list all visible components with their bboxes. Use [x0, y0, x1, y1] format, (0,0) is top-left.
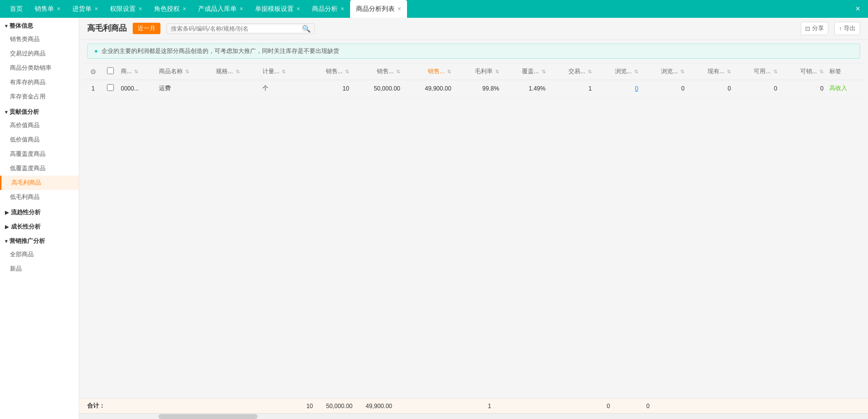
sidebar-section-contribution[interactable]: ▾ 贡献值分析	[0, 104, 79, 118]
sidebar-item-high-margin[interactable]: 高毛利商品	[0, 176, 79, 190]
sort-icon-name: ⇅	[185, 69, 189, 74]
th-name[interactable]: 商品名称 ⇅	[156, 63, 213, 80]
close-template-settings[interactable]: ×	[297, 5, 300, 12]
th-sales-qty[interactable]: 销售... ⇅	[306, 63, 353, 80]
sort-icon-trade-count: ⇅	[588, 69, 592, 74]
row-checkbox[interactable]	[107, 84, 114, 91]
th-sales-amount[interactable]: 销售... ⇅	[352, 63, 403, 80]
share-btn[interactable]: ⊡ 分享	[801, 22, 828, 35]
horizontal-scrollbar[interactable]	[79, 413, 868, 419]
th-settings[interactable]: ⚙	[83, 63, 103, 80]
sidebar-item-low-coverage[interactable]: 低覆盖度商品	[0, 161, 79, 176]
cell-coverage: 1.49%	[502, 80, 549, 97]
th-saleable[interactable]: 可销... ⇅	[780, 63, 827, 80]
th-spec[interactable]: 规格... ⇅	[213, 63, 259, 80]
settings-icon[interactable]: ⚙	[90, 68, 97, 76]
sidebar-item-traded-goods[interactable]: 交易过的商品	[0, 47, 79, 61]
arrow-marketing: ▾	[5, 238, 7, 244]
nav-home[interactable]: 首页	[4, 0, 29, 18]
sidebar-section-growth[interactable]: ▶ 成长性分析	[0, 219, 79, 233]
cell-code: 0000...	[118, 80, 156, 97]
sort-icon-code: ⇅	[134, 69, 138, 74]
close-permission[interactable]: ×	[139, 5, 142, 12]
footer-available-stock: 0	[620, 403, 660, 410]
sidebar-item-stock-fund[interactable]: 库存资金占用	[0, 90, 79, 104]
top-navigation: 首页 销售单 × 进货单 × 权限设置 × 角色授权 × 产成品入库单 × 单据…	[0, 0, 868, 18]
th-margin-rate[interactable]: 毛利率 ⇅	[454, 63, 502, 80]
cell-unit: 个	[259, 80, 306, 97]
nav-product-analysis[interactable]: 商品分析 ×	[306, 0, 350, 18]
cell-checkbox[interactable]	[103, 80, 118, 97]
th-code[interactable]: 商... ⇅	[118, 63, 156, 80]
sidebar-item-in-stock[interactable]: 有库存的商品	[0, 75, 79, 90]
sidebar-section-overall[interactable]: ▾ 整体信息	[0, 18, 79, 32]
th-view2[interactable]: 浏览... ⇅	[641, 63, 688, 80]
sidebar-section-marketing[interactable]: ▾ 营销推广分析	[0, 233, 79, 247]
table-header-row: ⚙ 商... ⇅ 商品名称 ⇅	[83, 63, 864, 80]
close-product-analysis-list[interactable]: ×	[398, 5, 401, 12]
nav-permission[interactable]: 权限设置 ×	[104, 0, 148, 18]
close-product-inbound[interactable]: ×	[240, 5, 243, 12]
sidebar-item-low-margin[interactable]: 低毛利商品	[0, 190, 79, 204]
th-view1[interactable]: 浏览... ⇅	[595, 63, 641, 80]
cell-view1[interactable]: 0	[595, 80, 641, 97]
info-icon: ✦	[94, 48, 99, 55]
close-role-auth[interactable]: ×	[183, 5, 186, 12]
table-container[interactable]: ⚙ 商... ⇅ 商品名称 ⇅	[79, 63, 868, 398]
nav-role-auth[interactable]: 角色授权 ×	[148, 0, 192, 18]
search-icon[interactable]: 🔍	[302, 25, 310, 33]
sort-icon-view2: ⇅	[680, 69, 684, 74]
th-unit[interactable]: 计量... ⇅	[259, 63, 306, 80]
cell-saleable: 0	[780, 80, 827, 97]
sidebar-item-low-value[interactable]: 低价值商品	[0, 133, 79, 147]
th-coverage[interactable]: 覆盖... ⇅	[502, 63, 549, 80]
th-current-stock[interactable]: 现有... ⇅	[687, 63, 734, 80]
content-header: 高毛利商品 近一月 🔍 ⊡ 分享 ↑ 导出	[79, 18, 868, 40]
export-btn[interactable]: ↑ 导出	[834, 22, 860, 35]
page-title: 高毛利商品	[87, 23, 127, 34]
scrollbar-thumb[interactable]	[158, 414, 257, 419]
nav-product-analysis-list[interactable]: 商品分析列表 ×	[350, 0, 407, 18]
arrow-contribution: ▾	[5, 109, 7, 115]
select-all-checkbox[interactable]	[107, 67, 114, 74]
nav-purchase-order[interactable]: 进货单 ×	[66, 0, 104, 18]
data-table: ⚙ 商... ⇅ 商品名称 ⇅	[83, 63, 864, 97]
th-tag[interactable]: 标签	[826, 63, 864, 80]
sidebar-section-trend[interactable]: ▶ 流趋性分析	[0, 204, 79, 219]
filter-recent-month-btn[interactable]: 近一月	[133, 23, 160, 34]
sort-icon-coverage: ⇅	[542, 69, 546, 74]
search-box: 🔍	[166, 23, 315, 34]
table-footer: 合计： 10 50,000.00 49,900.00 1 0 0	[79, 398, 868, 413]
sort-icon-available-stock: ⇅	[773, 69, 777, 74]
sort-icon-sales-qty: ⇅	[345, 69, 349, 74]
footer-sales-qty: 10	[293, 403, 323, 410]
cell-index: 1	[83, 80, 103, 97]
close-purchase-order[interactable]: ×	[95, 5, 98, 12]
sidebar-item-all-goods[interactable]: 全部商品	[0, 247, 79, 262]
close-product-analysis[interactable]: ×	[341, 5, 344, 12]
sidebar-item-high-value[interactable]: 高价值商品	[0, 118, 79, 133]
footer-empty4	[501, 403, 541, 410]
th-trade-count[interactable]: 交易... ⇅	[549, 63, 595, 80]
sidebar-item-high-coverage[interactable]: 高覆盖度商品	[0, 147, 79, 161]
cell-spec	[213, 80, 259, 97]
search-input[interactable]	[171, 25, 302, 32]
sidebar-item-new-goods[interactable]: 新品	[0, 262, 79, 276]
cell-margin-rate: 99.8%	[454, 80, 502, 97]
footer-trade-count: 1	[461, 403, 501, 410]
nav-product-inbound[interactable]: 产成品入库单 ×	[192, 0, 249, 18]
sort-icon-spec: ⇅	[236, 69, 240, 74]
sidebar-item-category-rate[interactable]: 商品分类助销率	[0, 61, 79, 75]
nav-sales-order[interactable]: 销售单 ×	[29, 0, 66, 18]
sub-content: 高毛利商品 近一月 🔍 ⊡ 分享 ↑ 导出 ✦ 企业的主要的利润都是这部分商品创…	[79, 18, 868, 419]
sidebar-item-sales-goods[interactable]: 销售类商品	[0, 32, 79, 47]
sort-icon-margin-rate: ⇅	[495, 69, 499, 74]
th-available-stock[interactable]: 可用... ⇅	[734, 63, 780, 80]
close-window-btn[interactable]: ×	[852, 4, 864, 13]
sort-icon-view1: ⇅	[634, 69, 638, 74]
th-checkbox[interactable]	[103, 63, 118, 80]
footer-sales-profit: 49,900.00	[362, 403, 402, 410]
nav-template-settings[interactable]: 单据模板设置 ×	[249, 0, 306, 18]
th-sales-profit[interactable]: 销售... ⇅	[403, 63, 454, 80]
close-sales-order[interactable]: ×	[57, 5, 60, 12]
